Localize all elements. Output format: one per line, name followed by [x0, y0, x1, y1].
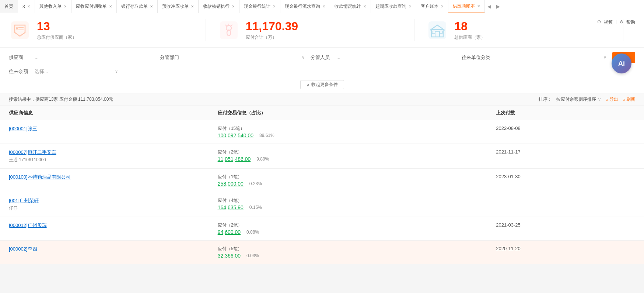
tx-amount[interactable]: 258,000.00 [218, 181, 244, 187]
table-row: [000001]张三 应付（15笔） 100,092,540.00 89.61%… [0, 120, 644, 144]
balance-filter-label: 往来余额 [9, 68, 31, 75]
tx-amount[interactable]: 11,051,486.00 [218, 156, 251, 162]
nav-tab-adjust[interactable]: 应收应付调整单 ✕ [71, 0, 117, 13]
nav-tab-prepay-label: 预收冲应收单 [162, 3, 189, 10]
nav-tab-collect-stat-label: 收款情况统计 [335, 3, 361, 10]
supplier-cell: [000012]广州贝瑞 [9, 222, 218, 229]
help-link[interactable]: 帮助 [626, 19, 635, 25]
tx-amount[interactable]: 32,366.00 [218, 253, 241, 259]
table-header: 供应商信息 应付交易信息（占比） 上次付数 [0, 106, 644, 120]
supplier-input[interactable] [33, 52, 155, 63]
chevron-down-icon: ∨ [302, 55, 305, 60]
nav-tab-home[interactable]: 首页 [0, 0, 18, 13]
dept-select[interactable]: ∨ [184, 52, 307, 63]
last-pay-date: 2023-01-30 [496, 174, 521, 179]
close-icon[interactable]: ✕ [150, 4, 153, 8]
collapse-label: 收起更多条件 [311, 82, 338, 88]
supplier-link[interactable]: [000007]恒旺二手叉车 [9, 149, 218, 156]
tx-info: 应付（4笔） 164,635.90 0.15% [218, 197, 496, 210]
close-icon[interactable]: ✕ [322, 4, 325, 8]
sort-button[interactable]: 按应付余额倒序排序 ∨ [556, 96, 601, 103]
nav-next-button[interactable]: ▶ [494, 0, 503, 13]
supplier-link[interactable]: [000001]张三 [9, 125, 218, 132]
data-table: 供应商信息 应付交易信息（占比） 上次付数 [000001]张三 应付（15笔）… [0, 106, 644, 264]
last-pay-date: 2022-08-08 [496, 125, 521, 131]
chevron-up-icon: ∧ [307, 82, 310, 87]
supplier-link[interactable]: [000012]广州贝瑞 [9, 222, 218, 229]
total-suppliers-number: 18 [454, 20, 485, 33]
nav-tab-customer-ledger[interactable]: 客户账本 ✕ [416, 0, 448, 13]
filter-bar: 供应商 分管部门 ∨ 分管人员 往来单位分类 ∨ 查询 [0, 47, 644, 93]
close-icon[interactable]: ✕ [477, 4, 480, 8]
last-pay-cell: 2022-08-08 [496, 125, 635, 131]
nav-tab-overdue[interactable]: 超期应收款查询 ✕ [371, 0, 416, 13]
stats-bar: 13 总应付供应商（家） 11,170.39 应付合计（万） [0, 13, 644, 47]
collapse-button[interactable]: ∧ 收起更多条件 [300, 80, 344, 89]
table-row: [000002]李四 应付（5笔） 32,366.00 0.03% 2020-1… [0, 241, 644, 264]
person-filter: 分管人员 [311, 52, 457, 63]
nav-tab-cash-stat[interactable]: 现金银行统计 ✕ [239, 0, 280, 13]
person-input[interactable] [335, 52, 457, 63]
nav-prev-button[interactable]: ◀ [485, 0, 494, 13]
payable-suppliers-label: 总应付供应商（家） [37, 34, 77, 41]
last-pay-date: 2021-11-17 [496, 149, 521, 155]
close-icon[interactable]: ✕ [191, 4, 194, 8]
nav-tab-supplier-ledger-label: 供应商账本 [453, 3, 475, 9]
stat-payable-suppliers-content: 13 总应付供应商（家） [37, 20, 77, 41]
nav-tab-cash-flow[interactable]: 现金银行流水查询 ✕ [280, 0, 330, 13]
top-right-links: ⊙ 视频 | ⊙ 帮助 Ai [597, 19, 635, 25]
supplier-sub: 王通 17106110000 [9, 157, 218, 163]
tx-amount[interactable]: 164,635.90 [218, 204, 244, 210]
close-icon[interactable]: ✕ [109, 4, 112, 8]
svg-point-2 [16, 27, 18, 30]
tx-percent: 0.08% [246, 230, 259, 235]
nav-tab-3[interactable]: 3 ✕ [18, 0, 35, 13]
tx-label: 应付（2笔） [218, 222, 496, 228]
nav-tab-other-income[interactable]: 其他收入单 ✕ [35, 0, 71, 13]
tx-row: 100,092,540.00 89.61% [218, 132, 496, 138]
close-icon[interactable]: ✕ [409, 4, 412, 8]
nav-tab-bank-label: 银行存取款单 [121, 3, 148, 10]
close-icon[interactable]: ✕ [64, 4, 67, 8]
export-icon: ○ [606, 97, 608, 102]
refresh-icon: ○ [623, 97, 625, 102]
transaction-cell: 应付（2笔） 11,051,486.00 9.89% [218, 149, 496, 162]
nav-tab-cash-stat-label: 现金银行统计 [244, 3, 270, 10]
supplier-link[interactable]: [000100]本特勒油品有限公司 [9, 174, 218, 180]
tx-amount[interactable]: 94,600.00 [218, 229, 241, 235]
sort-arrow-icon: ∨ [598, 97, 601, 102]
chevron-down-icon: ∨ [603, 55, 606, 60]
last-pay-date: 2021-03-25 [496, 222, 521, 228]
nav-tab-bank[interactable]: 银行存取款单 ✕ [117, 0, 158, 13]
nav-tab-prepay[interactable]: 预收冲应收单 ✕ [158, 0, 199, 13]
stat-payable-total-content: 11,170.39 应付合计（万） [246, 20, 298, 41]
close-icon[interactable]: ✕ [273, 4, 276, 8]
nav-tab-supplier-ledger[interactable]: 供应商账本 ✕ [448, 0, 485, 13]
result-actions: 排序： 按应付余额倒序排序 ∨ ○ 导出 ○ 刷新 [539, 96, 635, 103]
balance-select[interactable]: 选择... ∨ [33, 66, 119, 77]
table-body: [000001]张三 应付（15笔） 100,092,540.00 89.61%… [0, 120, 644, 264]
nav-tab-collect-stat[interactable]: 收款情况统计 ✕ [330, 0, 371, 13]
ai-button[interactable]: Ai [612, 54, 631, 73]
close-icon[interactable]: ✕ [232, 4, 235, 8]
video-icon: ⊙ [597, 19, 601, 25]
chevron-down-icon: ∨ [115, 69, 118, 74]
supplier-link[interactable]: [000002]李四 [9, 246, 218, 252]
close-icon[interactable]: ✕ [27, 4, 30, 8]
supplier-cell: [000100]本特勒油品有限公司 [9, 174, 218, 180]
last-pay-cell: 2023-01-30 [496, 174, 635, 179]
tx-amount[interactable]: 100,092,540.00 [218, 132, 253, 138]
transaction-cell: 应付（1笔） 258,000.00 0.23% [218, 174, 496, 187]
supplier-link[interactable]: [001]广州荣轩 [9, 197, 218, 204]
category-filter: 往来单位分类 ∨ [462, 52, 608, 63]
category-select[interactable]: ∨ [493, 52, 608, 63]
nav-tab-collection[interactable]: 收款核销执行 ✕ [199, 0, 239, 13]
sort-label-text: 按应付余额倒序排序 [556, 97, 596, 102]
tx-info: 应付（15笔） 100,092,540.00 89.61% [218, 125, 496, 138]
close-icon[interactable]: ✕ [441, 4, 444, 8]
tx-info: 应付（1笔） 258,000.00 0.23% [218, 174, 496, 187]
refresh-button[interactable]: ○ 刷新 [623, 96, 635, 103]
export-button[interactable]: ○ 导出 [606, 96, 618, 103]
close-icon[interactable]: ✕ [363, 4, 366, 8]
video-link[interactable]: 视频 [604, 19, 613, 25]
